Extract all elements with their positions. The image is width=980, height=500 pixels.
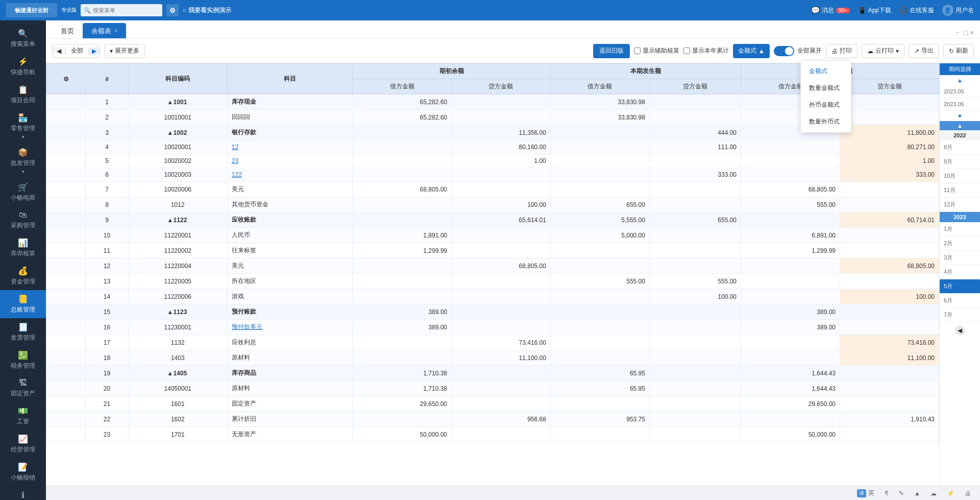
month-3[interactable]: 3月 [940, 251, 980, 265]
table-cell: 11,100.00 [840, 350, 939, 366]
table-cell [452, 366, 551, 381]
month-5-label: 5月 [944, 282, 952, 290]
side-panel-period1[interactable]: 2023.05 [940, 85, 980, 98]
month-5-active[interactable]: 5月 [940, 279, 980, 294]
month-1[interactable]: 1月 [940, 222, 980, 236]
demo-link[interactable]: ○ 我要看实例演示 [183, 6, 231, 15]
table-cell [741, 274, 840, 289]
table-cell[interactable]: 23 [227, 154, 352, 168]
month-11[interactable]: 11月 [940, 183, 980, 198]
sidebar-item-purchase[interactable]: 🛍 采购管理 [0, 206, 46, 234]
bottom-up-btn[interactable]: ▲ [911, 489, 923, 498]
sidebar-item-ecommerce[interactable]: 🛒 小畅电商 [0, 178, 46, 206]
month-6[interactable]: 6月 [940, 294, 980, 308]
side-panel-down-btn[interactable]: ▼ [940, 111, 980, 121]
mode-option-qty-amount[interactable]: 数量金额式 [801, 80, 851, 97]
table-cell [46, 94, 86, 110]
show-yearly-label[interactable]: 显示本年累计 [683, 46, 729, 55]
tab-maximize-icon[interactable]: □ [963, 29, 967, 37]
sidebar-item-inventory[interactable]: 📊 库存核算 [0, 234, 46, 262]
side-panel-up-btn[interactable]: ▲ [940, 75, 980, 85]
message-btn[interactable]: 💬 消息 99+ [811, 6, 850, 15]
sidebar-item-basic[interactable]: ℹ 基础信息 [0, 486, 46, 500]
sidebar-item-retail[interactable]: 🏪 零售管理 ▾ [0, 109, 46, 144]
expand-all-toggle[interactable] [774, 46, 794, 56]
message-label: 消息 [822, 6, 834, 15]
table-cell [46, 412, 86, 427]
table-cell: 389.00 [353, 320, 452, 335]
sidebar-item-project[interactable]: 📋 项目合同 [0, 81, 46, 109]
settings-icon[interactable]: ⚙ [166, 4, 179, 16]
sidebar-item-capital[interactable]: 💰 资金管理 [0, 262, 46, 290]
bottom-sync-btn[interactable]: ⚡ [944, 489, 958, 498]
show-yearly-checkbox[interactable] [683, 47, 690, 54]
bottom-print-btn[interactable]: 🖨 [962, 489, 974, 498]
expand-more-btn[interactable]: ▾ 展开更多 [104, 44, 145, 58]
side-panel-title[interactable]: 期间选择 [940, 63, 980, 75]
table-cell[interactable]: 预付款美元 [227, 320, 352, 335]
table-cell: 13 [86, 274, 129, 289]
sidebar-item-operations[interactable]: 📈 经营管理 [0, 430, 46, 458]
sidebar-item-wholesale[interactable]: 📦 批发管理 ▾ [0, 144, 46, 178]
side-panel-period2[interactable]: 2023.05 [940, 98, 980, 111]
refresh-btn[interactable]: ↻ 刷新 [943, 44, 974, 58]
expand-more-label: 展开更多 [115, 46, 139, 55]
table-cell[interactable]: 122 [227, 168, 352, 182]
back-arrow-btn[interactable]: ◀ [53, 47, 66, 55]
tab-close-icon[interactable]: × [970, 29, 974, 37]
side-panel-collapse-btn[interactable]: ◀ [940, 322, 980, 339]
month-4[interactable]: 4月 [940, 265, 980, 279]
mode-option-amount[interactable]: 金额式 [801, 63, 851, 80]
table-cell: 人民币 [227, 228, 352, 243]
sidebar-item-search[interactable]: 🔍 搜索菜单 [0, 25, 46, 53]
mode-dropdown-btn[interactable]: 金额式 ▲ [733, 44, 770, 58]
month-10[interactable]: 10月 [940, 169, 980, 183]
sidebar-item-salary[interactable]: 💵 工资 [0, 402, 46, 430]
table-cell: 50,000.00 [741, 427, 840, 442]
year-up-nav[interactable]: ▲ [940, 121, 980, 130]
print-btn[interactable]: 🖨 打印 [826, 44, 857, 58]
sidebar-item-invoice[interactable]: 🧾 发票管理 [0, 318, 46, 346]
month-7[interactable]: 7月 [940, 308, 980, 322]
table-cell [46, 366, 86, 381]
table-cell: 953.75 [550, 412, 649, 427]
table-cell[interactable]: 12 [227, 140, 352, 154]
sidebar-item-tax[interactable]: 💹 税务管理 [0, 346, 46, 374]
cloud-print-btn[interactable]: ☁ 云打印 ▾ [862, 44, 904, 58]
user-avatar[interactable]: 👤 用户名 [942, 5, 974, 16]
table-cell [741, 154, 840, 168]
month-2[interactable]: 2月 [940, 236, 980, 251]
return-old-btn[interactable]: 退回旧版 [593, 44, 630, 58]
table-settings-th[interactable]: ⚙ [46, 64, 86, 94]
retail-arrow: ▾ [22, 134, 24, 139]
table-cell [649, 94, 741, 110]
app-download-btn[interactable]: 📱 App下载 [858, 6, 891, 15]
bottom-cloud-btn[interactable]: ☁ [927, 489, 940, 498]
show-aux-label[interactable]: 显示辅助核算 [634, 46, 679, 55]
tab-home[interactable]: 首页 [52, 23, 83, 38]
table-cell: 68,805.00 [452, 258, 551, 274]
show-aux-checkbox[interactable] [634, 47, 641, 54]
tab-balance[interactable]: 余额表 × [83, 23, 126, 38]
month-9[interactable]: 9月 [940, 155, 980, 169]
sidebar-item-ledger[interactable]: 📒 总账管理 [0, 290, 46, 318]
bottom-translate-btn[interactable]: 译 英 [854, 488, 877, 498]
month-8[interactable]: 8月 [940, 140, 980, 155]
export-btn[interactable]: ↗ 导出 [909, 44, 939, 58]
table-cell [46, 427, 86, 442]
mode-option-qty-foreign[interactable]: 数量外币式 [801, 113, 851, 130]
sidebar-item-quicknav[interactable]: ⚡ 快捷导航 [0, 53, 46, 81]
online-service-btn[interactable]: 🎧 在线客服 [899, 6, 934, 15]
bottom-edit-btn[interactable]: ✎ [896, 489, 907, 498]
tab-balance-close[interactable]: × [114, 28, 117, 34]
tab-minimize-icon[interactable]: － [954, 28, 961, 37]
nav-search-input[interactable] [93, 7, 159, 13]
sidebar-item-reports[interactable]: 📝 小畅报销 [0, 458, 46, 486]
mode-option-foreign-amount[interactable]: 外币金额式 [801, 97, 851, 113]
table-cell [46, 289, 86, 304]
forward-arrow-btn[interactable]: ▶ [88, 47, 100, 55]
ledger-icon: 📒 [18, 294, 28, 304]
month-12[interactable]: 12月 [940, 198, 980, 212]
sidebar-item-assets[interactable]: 🏗 固定资产 [0, 374, 46, 402]
bottom-currency-btn[interactable]: ₹ [881, 489, 892, 498]
